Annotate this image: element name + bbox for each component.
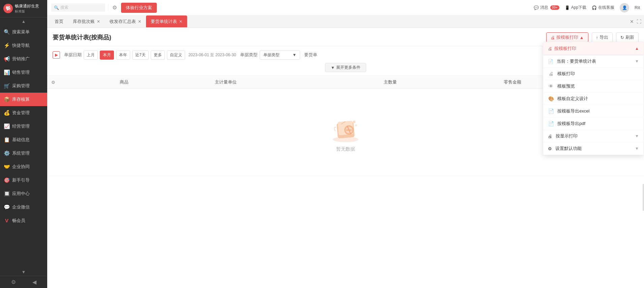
date-btn-last-month[interactable]: 上月 (84, 51, 98, 60)
scroll-up-btn[interactable]: ▲ (0, 18, 47, 25)
sidebar-item-label: 营销推广 (12, 56, 30, 62)
sidebar-item-operation[interactable]: 📈 经营管理 (0, 120, 47, 133)
online-service-item[interactable]: 🎧 在线客服 (592, 5, 614, 10)
display-print-icon: 🖨 (548, 134, 552, 139)
trial-button[interactable]: 体验行业方案 (121, 3, 157, 13)
dropdown-default-func[interactable]: ⚙ 设置默认功能 ▼ (543, 142, 644, 155)
dropdown-item-template-preview[interactable]: 👁 模板预览 (543, 80, 644, 93)
col-settings: ⚙ (47, 76, 116, 89)
tab-receivable-summary-close[interactable]: ✕ (138, 19, 141, 24)
date-btn-this-year[interactable]: 本年 (116, 51, 130, 60)
sidebar-item-appstore[interactable]: 🔲 应用中心 (0, 187, 47, 200)
tab-purchase-stat[interactable]: 要货单统计表 ✕ (146, 15, 187, 28)
sidebar-bottom: ⚙ ◀ (0, 276, 47, 288)
tab-inventory-batch-label: 库存批次账 (73, 19, 95, 25)
tab-purchase-stat-close[interactable]: ✕ (179, 19, 182, 24)
notification-icon: 💬 (534, 5, 539, 10)
template-print-button[interactable]: 🖨 按模板打印 ▲ (546, 32, 588, 42)
dropdown-header: 🖨 按模板打印 ▲ (543, 42, 644, 55)
tab-receivable-summary-label: 收发存汇总表 (110, 19, 136, 25)
tab-close-all-icon[interactable]: ✕ (630, 19, 634, 24)
sidebar-item-search[interactable]: 🔍 搜索菜单 (0, 25, 47, 39)
user-avatar[interactable]: 👤 (620, 3, 629, 12)
export-pdf-icon: 📄 (548, 121, 554, 126)
export-button[interactable]: ↑ 导出 (592, 32, 613, 42)
sidebar-item-enterprise[interactable]: 🤝 企业协同 (0, 160, 47, 173)
expand-more-label: 展开更多条件 (336, 65, 360, 70)
refresh-icon: ↻ (620, 35, 624, 40)
date-btn-custom[interactable]: 自定义 (167, 51, 185, 60)
tab-inventory-batch[interactable]: 库存批次账 ✕ (68, 15, 105, 28)
sidebar-item-label: 经营管理 (12, 123, 30, 129)
sidebar-item-label: 新手引导 (12, 177, 30, 183)
basic-icon: 📋 (3, 136, 10, 143)
tab-receivable-summary[interactable]: 收发存汇总表 ✕ (105, 15, 146, 28)
dropdown-display-print[interactable]: 🖨 按显示打印 ▼ (543, 130, 644, 142)
sidebar-nav: 🔍 搜索菜单 ⚡ 快捷导航 📢 营销推广 📊 销售管理 🛒 采购管理 📦 库存核… (0, 25, 47, 268)
page-title: 要货单统计表(按商品) (53, 33, 111, 41)
sidebar-item-sales[interactable]: 📊 销售管理 (0, 66, 47, 79)
sidebar-item-label: 采购管理 (12, 83, 30, 89)
sidebar-item-newbie[interactable]: 🎯 新手引导 (0, 173, 47, 187)
scroll-down-btn[interactable]: ▼ (0, 268, 47, 276)
date-btn-this-month[interactable]: 本月 (100, 51, 114, 60)
notifications-item[interactable]: 💬 消息 99+ (534, 5, 559, 10)
dropdown-item-export-excel[interactable]: 📄 按模板导出excel (543, 105, 644, 118)
dropdown-item-template-print[interactable]: 🖨 模板打印 (543, 68, 644, 80)
sidebar-item-inventory[interactable]: 📦 库存核算 (0, 93, 47, 106)
export-icon: ↑ (596, 35, 598, 40)
tab-maximize-icon[interactable]: ⛶ (637, 19, 641, 24)
sidebar-item-basic[interactable]: 📋 基础信息 (0, 133, 47, 147)
date-range-text: 2023-06-01 至 2023-06-30 (188, 52, 236, 58)
order-type-select[interactable]: 单据类型 ▼ (260, 51, 300, 60)
user-name: Rit (635, 5, 640, 10)
app-logo-icon: 畅 (3, 4, 13, 13)
tab-home[interactable]: 首页 (50, 15, 68, 28)
dropdown-title: 按模板打印 (554, 45, 576, 52)
sidebar-item-system[interactable]: ⚙️ 系统管理 (0, 147, 47, 160)
expand-more-button[interactable]: ▼ 展开更多条件 (325, 63, 366, 72)
topbar-right: 💬 消息 99+ 📱 App下载 🎧 在线客服 👤 Rit (534, 3, 640, 12)
sales-icon: 📊 (3, 69, 10, 76)
main-area: 🔍 搜索 ⚙ 体验行业方案 💬 消息 99+ 📱 App下载 🎧 在线客服 👤 (47, 0, 644, 288)
current-template-arrow: ▼ (635, 59, 639, 64)
template-preview-icon: 👁 (548, 84, 554, 89)
dropdown-close-btn[interactable]: ▲ (635, 46, 639, 51)
topbar-settings-icon[interactable]: ⚙ (111, 3, 118, 12)
dropdown-item-export-pdf[interactable]: 📄 按模板导出pdf (543, 118, 644, 130)
sidebar-item-marketing[interactable]: 📢 营销推广 (0, 52, 47, 66)
date-btn-more[interactable]: 更多 (151, 51, 165, 60)
refresh-label: 刷新 (625, 34, 634, 40)
cargo-filter-group: 要货单 (304, 52, 317, 58)
filter-expand-arrow[interactable]: ▶ (53, 51, 60, 59)
app-download-item[interactable]: 📱 App下载 (565, 5, 586, 10)
settings-bottom-icon[interactable]: ⚙ (11, 279, 16, 285)
date-btn-7days[interactable]: 近7天 (132, 51, 149, 60)
col-product: 商品 (116, 76, 211, 89)
sidebar-item-finance[interactable]: 💰 资金管理 (0, 106, 47, 120)
sidebar-item-label: 基础信息 (12, 137, 30, 143)
table-settings-icon[interactable]: ⚙ (51, 80, 55, 85)
tab-inventory-batch-close[interactable]: ✕ (97, 19, 100, 24)
sidebar-item-purchase[interactable]: 🛒 采购管理 (0, 79, 47, 93)
purchase-icon: 🛒 (3, 83, 10, 89)
dropdown-current-template[interactable]: 📄 当前：要货单统计表 ▼ (543, 55, 644, 68)
refresh-button[interactable]: ↻ 刷新 (616, 32, 639, 42)
sidebar-item-label: 企业微信 (12, 204, 30, 210)
export-excel-icon: 📄 (548, 108, 554, 114)
collapse-icon[interactable]: ◀ (32, 279, 36, 285)
current-template-icon: 📄 (548, 59, 553, 64)
chevron-down-icon: ▼ (292, 53, 296, 57)
scrollbar-indicator[interactable] (643, 184, 644, 211)
search-topbar-icon: 🔍 (54, 5, 59, 10)
dropdown-item-template-custom[interactable]: 🎨 模板自定义设计 (543, 93, 644, 105)
export-label: 导出 (599, 34, 608, 40)
tabs-bar: 首页 库存批次账 ✕ 收发存汇总表 ✕ 要货单统计表 ✕ ✕ ⛶ (47, 15, 644, 28)
topbar-search[interactable]: 🔍 搜索 (51, 3, 105, 12)
cargo-label: 要货单 (304, 52, 317, 58)
sidebar-item-wechat[interactable]: 💬 企业微信 (0, 200, 47, 214)
topbar: 🔍 搜索 ⚙ 体验行业方案 💬 消息 99+ 📱 App下载 🎧 在线客服 👤 (47, 0, 644, 15)
sidebar-item-member[interactable]: V 畅会员 (0, 214, 47, 227)
sidebar-item-label: 销售管理 (12, 69, 30, 75)
sidebar-item-shortcut[interactable]: ⚡ 快捷导航 (0, 39, 47, 52)
